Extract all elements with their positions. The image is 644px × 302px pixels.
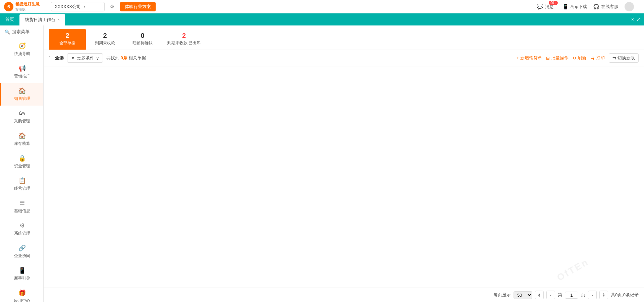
batch-icon: ⊞ — [546, 56, 550, 61]
sidebar-item-system[interactable]: ⚙ 系统管理 — [0, 218, 43, 240]
system-icon: ⚙ — [18, 222, 26, 229]
page-label-2: 页 — [581, 292, 585, 298]
logo-text: 畅捷通好生意 标准版 — [15, 2, 40, 11]
page-input[interactable] — [565, 292, 578, 299]
sidebar-item-finance[interactable]: 🔒 资金管理 — [0, 150, 43, 173]
first-page-button[interactable]: ⟪ — [535, 291, 544, 299]
message-badge: 99+ — [549, 1, 558, 5]
next-page-button[interactable]: › — [588, 291, 597, 299]
search-icon: 🔍 — [5, 29, 10, 35]
found-text: 共找到 0条 相关单据 — [106, 55, 146, 61]
tab-close-icon[interactable]: × — [57, 17, 60, 22]
per-page-select[interactable]: 50 20 100 200 — [514, 291, 532, 299]
refresh-icon: ↻ — [573, 56, 576, 61]
switch-new-version-button[interactable]: ⇆ 切换新版 — [609, 53, 639, 63]
online-service-btn[interactable]: 🎧 在线客服 — [593, 4, 619, 10]
toolbar-right: + 新增销货单 ⊞ 批量操作 ↻ 刷新 🖨 打印 ⇆ 切换新版 — [517, 53, 639, 63]
content-area: 2 全部单据 2 到期未收款 0 旺辅待确认 2 到期未收款 已出库 全选 — [44, 25, 644, 302]
logo-area: 6 畅捷通好生意 标准版 — [4, 2, 48, 11]
sidebar: 🔍 搜索菜单 🧭 快捷导航 📢 营销推广 🏠 销售管理 🛍 采购管理 🏠 库存核… — [0, 25, 44, 302]
collab-icon: 🔗 — [18, 244, 26, 252]
app-download-icon: 📱 — [562, 4, 569, 10]
sidebar-item-quick-nav[interactable]: 🧭 快捷导航 — [0, 38, 43, 61]
app-download-btn[interactable]: 📱 App下载 — [562, 4, 587, 10]
select-all-checkbox[interactable]: 全选 — [49, 55, 64, 61]
sidebar-item-operation[interactable]: 📋 经营管理 — [0, 173, 43, 195]
sidebar-item-inventory[interactable]: 🏠 库存核算 — [0, 128, 43, 150]
beginner-icon: 📱 — [18, 267, 26, 274]
header-right: 💬 消息 99+ 📱 App下载 🎧 在线客服 — [537, 2, 640, 11]
settings-icon[interactable]: ⚙ — [107, 2, 117, 11]
chevron-down-icon: ▼ — [83, 5, 86, 8]
nav-icon: 🧭 — [18, 42, 26, 50]
tab-home[interactable]: 首页 — [0, 13, 19, 25]
pagination: 每页显示 50 20 100 200 ⟪ ‹ 第 页 › ⟫ 共0页,0条记录 — [44, 288, 644, 302]
page-label: 第 — [558, 292, 562, 298]
select-all-input[interactable] — [49, 56, 53, 60]
sidebar-item-marketing[interactable]: 📢 营销推广 — [0, 61, 43, 83]
logo-icon: 6 — [4, 2, 13, 11]
sidebar-item-app-center[interactable]: 🎁 应用中心 — [0, 285, 43, 302]
tab-work-station[interactable]: 钱货日清工作台 × — [19, 14, 65, 25]
inventory-icon: 🏠 — [18, 132, 26, 139]
message-btn[interactable]: 💬 消息 99+ — [537, 3, 554, 10]
headset-icon: 🎧 — [593, 4, 599, 10]
filter-icon: ▼ — [71, 56, 75, 61]
company-selector[interactable]: XXXXXX公司 ▼ — [51, 2, 105, 11]
company-name: XXXXXX公司 — [55, 4, 81, 10]
status-tab-overdue[interactable]: 2 到期未收款 — [87, 29, 123, 50]
app-center-icon: 🎁 — [18, 289, 26, 297]
tab-bar-actions: × ⤢ — [631, 17, 644, 22]
status-tab-overdue-shipped[interactable]: 2 到期未收款 已出库 — [162, 29, 206, 50]
chevron-filter-icon: ∨ — [96, 56, 99, 61]
finance-icon: 🔒 — [18, 155, 26, 162]
last-page-button[interactable]: ⟫ — [599, 291, 608, 299]
main-layout: 🔍 搜索菜单 🧭 快捷导航 📢 营销推广 🏠 销售管理 🛍 采购管理 🏠 库存核… — [0, 25, 644, 302]
table-area — [44, 66, 644, 288]
filter-button[interactable]: ▼ 更多条件 ∨ — [67, 53, 103, 63]
print-button[interactable]: 🖨 打印 — [590, 55, 605, 61]
status-tab-all[interactable]: 2 全部单据 — [49, 29, 86, 50]
tab-bar: 首页 钱货日清工作台 × × ⤢ — [0, 13, 644, 25]
sidebar-item-beginner[interactable]: 📱 新手引导 — [0, 263, 43, 285]
search-menu-item[interactable]: 🔍 搜索菜单 — [0, 25, 43, 38]
add-sales-order-button[interactable]: + 新增销货单 — [517, 55, 542, 61]
prev-page-button[interactable]: ‹ — [546, 291, 555, 299]
close-window-icon[interactable]: × — [631, 17, 634, 22]
expand-icon[interactable]: ⤢ — [637, 17, 641, 22]
sidebar-item-sales[interactable]: 🏠 销售管理 — [0, 83, 43, 106]
purchase-icon: 🛍 — [18, 110, 26, 117]
top-header: 6 畅捷通好生意 标准版 XXXXXX公司 ▼ ⚙ 体验行业方案 💬 消息 99… — [0, 0, 644, 13]
refresh-button[interactable]: ↻ 刷新 — [573, 55, 586, 61]
trial-button[interactable]: 体验行业方案 — [120, 2, 156, 11]
basic-info-icon: ☰ — [18, 199, 26, 207]
message-icon: 💬 — [537, 3, 543, 10]
found-count: 0条 — [121, 55, 127, 60]
operation-icon: 📋 — [18, 177, 26, 184]
total-label: 共0页,0条记录 — [611, 292, 639, 298]
per-page-label: 每页显示 — [493, 292, 511, 298]
sidebar-item-purchase[interactable]: 🛍 采购管理 — [0, 106, 43, 128]
avatar[interactable] — [625, 2, 634, 11]
sidebar-item-enterprise-collab[interactable]: 🔗 企业协同 — [0, 240, 43, 263]
toolbar: 全选 ▼ 更多条件 ∨ 共找到 0条 相关单据 + 新增销货单 ⊞ 批量操作 ↻… — [44, 50, 644, 66]
marketing-icon: 📢 — [18, 65, 26, 72]
sidebar-item-basic-info[interactable]: ☰ 基础信息 — [0, 195, 43, 218]
status-tabs: 2 全部单据 2 到期未收款 0 旺辅待确认 2 到期未收款 已出库 — [44, 25, 644, 50]
batch-operation-button[interactable]: ⊞ 批量操作 — [546, 55, 569, 61]
print-icon: 🖨 — [590, 56, 595, 61]
switch-icon: ⇆ — [612, 56, 616, 61]
sales-icon: 🏠 — [18, 87, 26, 95]
status-tab-wangfu-pending[interactable]: 0 旺辅待确认 — [124, 29, 161, 50]
